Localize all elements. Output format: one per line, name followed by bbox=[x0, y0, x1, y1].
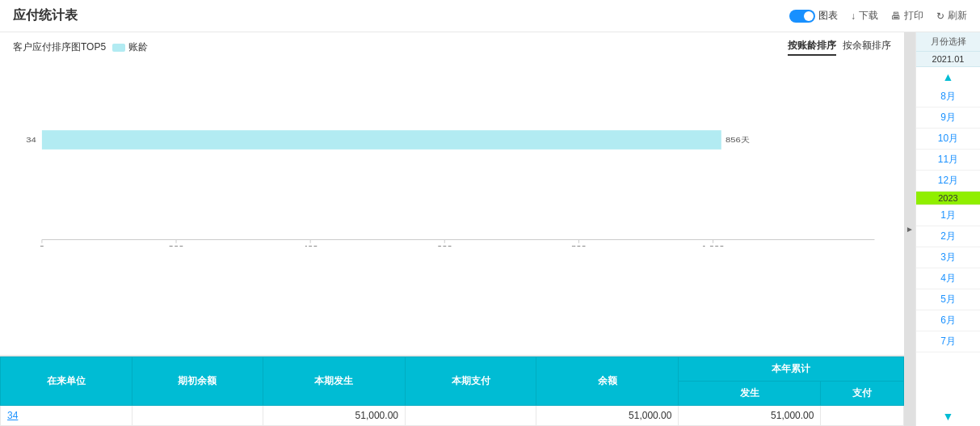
table-row: 34 51,000.00 51,000.00 51,000.00 bbox=[1, 406, 904, 426]
row-link[interactable]: 34 bbox=[7, 410, 18, 421]
month-1[interactable]: 1月 bbox=[916, 205, 980, 226]
month-4[interactable]: 4月 bbox=[916, 268, 980, 289]
th-col1: 在来单位 bbox=[1, 357, 132, 406]
sidebar-nav-up[interactable]: ▲ bbox=[916, 67, 980, 86]
cell-col6b bbox=[821, 406, 904, 426]
cell-col2 bbox=[132, 406, 263, 426]
legend-color-label: 账龄 bbox=[128, 40, 148, 54]
th-col5: 余额 bbox=[536, 357, 679, 406]
th-col4: 本期支付 bbox=[405, 357, 536, 406]
month-9[interactable]: 9月 bbox=[916, 108, 980, 129]
th-col3: 本期发生 bbox=[263, 357, 406, 406]
th-col6b: 支付 bbox=[821, 382, 904, 406]
month-2[interactable]: 2月 bbox=[916, 226, 980, 247]
sort-tabs: 按账龄排序 按余额排序 bbox=[788, 39, 891, 56]
print-button[interactable]: 🖶 打印 bbox=[891, 9, 923, 23]
header-actions: 图表 ↓ 下载 🖶 打印 ↻ 刷新 bbox=[789, 9, 967, 23]
chart-toggle[interactable] bbox=[789, 10, 815, 23]
download-icon: ↓ bbox=[851, 11, 856, 22]
cell-col5: 51,000.00 bbox=[536, 406, 679, 426]
cell-col3: 51,000.00 bbox=[263, 406, 406, 426]
th-col2: 期初余额 bbox=[132, 357, 263, 406]
chart-svg: 34 856天 bbox=[13, 69, 891, 247]
print-icon: 🖶 bbox=[891, 11, 901, 22]
app-container: 应付统计表 图表 ↓ 下载 🖶 打印 ↻ 刷新 bbox=[0, 0, 980, 426]
sidebar-months: 8月 9月 10月 11月 12月 2023 1月 2月 3月 4月 5月 6月… bbox=[916, 86, 980, 407]
sort-by-amount-tab[interactable]: 按余额排序 bbox=[843, 39, 891, 56]
month-7[interactable]: 7月 bbox=[916, 331, 980, 352]
cell-col4 bbox=[405, 406, 536, 426]
sidebar-current-value: 2021.01 bbox=[916, 52, 980, 67]
chart-toggle-wrap: 图表 bbox=[789, 9, 838, 23]
refresh-button[interactable]: ↻ 刷新 bbox=[936, 9, 967, 23]
chart-header: 客户应付排序图TOP5 账龄 按账龄排序 按余额排序 bbox=[0, 32, 904, 62]
refresh-label: 刷新 bbox=[948, 9, 967, 23]
chart-bar bbox=[42, 130, 721, 150]
month-12[interactable]: 12月 bbox=[916, 171, 980, 192]
sort-by-balance-tab[interactable]: 按账龄排序 bbox=[788, 39, 836, 56]
main-body: 客户应付排序图TOP5 账龄 按账龄排序 按余额排序 bbox=[0, 32, 980, 426]
month-11[interactable]: 11月 bbox=[916, 150, 980, 171]
legend-item: 账龄 bbox=[112, 40, 148, 54]
svg-text:200: 200 bbox=[169, 244, 184, 247]
page-title: 应付统计表 bbox=[13, 7, 78, 24]
print-label: 打印 bbox=[904, 9, 923, 23]
chart-area: 客户应付排序图TOP5 账龄 按账龄排序 按余额排序 bbox=[0, 32, 904, 426]
header: 应付统计表 图表 ↓ 下载 🖶 打印 ↻ 刷新 bbox=[0, 0, 980, 32]
legend-color-box bbox=[112, 44, 125, 52]
download-label: 下载 bbox=[859, 9, 878, 23]
content-left: 客户应付排序图TOP5 账龄 按账龄排序 按余额排序 bbox=[0, 32, 904, 426]
th-col6-group: 本年累计 bbox=[679, 357, 904, 382]
sidebar-header-label: 月份选择 bbox=[916, 32, 980, 52]
table-area: 在来单位 期初余额 本期发生 本期支付 余额 本年累计 发生 支付 bbox=[0, 355, 904, 426]
chart-label: 图表 bbox=[818, 9, 838, 23]
svg-text:856天: 856天 bbox=[726, 136, 750, 144]
cell-col1: 34 bbox=[1, 406, 132, 426]
month-8[interactable]: 8月 bbox=[916, 86, 980, 108]
svg-text:34: 34 bbox=[26, 136, 36, 144]
svg-text:600: 600 bbox=[437, 244, 452, 247]
month-6[interactable]: 6月 bbox=[916, 310, 980, 331]
legend: 客户应付排序图TOP5 账龄 bbox=[13, 40, 148, 54]
month-sidebar: 月份选择 2021.01 ▲ 8月 9月 10月 11月 12月 2023 1月… bbox=[915, 32, 980, 426]
data-table: 在来单位 期初余额 本期发生 本期支付 余额 本年累计 发生 支付 bbox=[0, 356, 904, 426]
refresh-icon: ↻ bbox=[936, 11, 944, 22]
month-10[interactable]: 10月 bbox=[916, 129, 980, 150]
month-3[interactable]: 3月 bbox=[916, 247, 980, 268]
th-col6a: 发生 bbox=[679, 382, 821, 406]
month-5[interactable]: 5月 bbox=[916, 289, 980, 310]
svg-text:1,000: 1,000 bbox=[701, 244, 724, 247]
legend-title: 客户应付排序图TOP5 bbox=[13, 40, 106, 54]
download-button[interactable]: ↓ 下载 bbox=[851, 9, 878, 23]
cell-col6a: 51,000.00 bbox=[679, 406, 821, 426]
svg-text:800: 800 bbox=[571, 244, 587, 247]
year-2023-marker: 2023 bbox=[916, 192, 980, 205]
svg-text:0: 0 bbox=[40, 244, 45, 247]
divider-arrow[interactable]: ► bbox=[904, 32, 915, 426]
chart-wrapper: 34 856天 bbox=[0, 62, 904, 355]
sidebar-nav-down[interactable]: ▼ bbox=[916, 407, 980, 426]
svg-text:400: 400 bbox=[303, 244, 318, 247]
